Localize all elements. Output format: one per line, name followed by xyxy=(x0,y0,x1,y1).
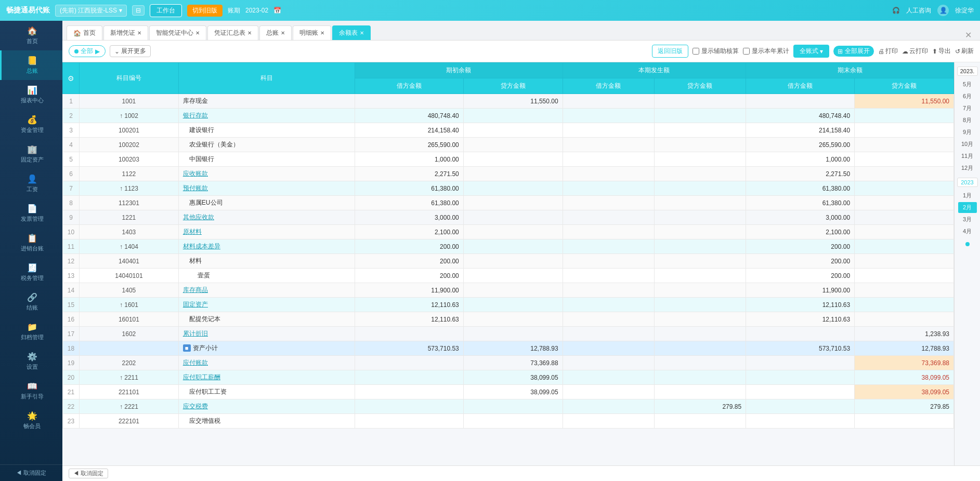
row-no: 14 xyxy=(63,283,80,298)
sidebar-item-ledger[interactable]: 📒 总账 xyxy=(0,50,62,80)
gear-icon[interactable]: ⚙ xyxy=(68,74,74,83)
export-button[interactable]: ⬆ 导出 xyxy=(932,47,951,56)
rp-scroll-dot[interactable] xyxy=(965,242,970,246)
rp-month-4[interactable]: 4月 xyxy=(958,226,977,237)
rp-month-7[interactable]: 7月 xyxy=(958,103,977,114)
sidebar-item-reports[interactable]: 📊 报表中心 xyxy=(0,80,62,110)
sidebar-item-assets[interactable]: 🏢 固定资产 xyxy=(0,139,62,169)
tab-voucher-summary[interactable]: 凭证汇总表 ✕ xyxy=(207,25,258,40)
row-name[interactable]: 其他应收款 xyxy=(178,210,355,225)
row-pb-debit: 214,158.40 xyxy=(355,123,463,138)
tab-balance-sheet-close[interactable]: ✕ xyxy=(360,30,364,36)
row-name[interactable]: 累计折旧 xyxy=(178,327,355,341)
close-all-tabs[interactable]: ✕ xyxy=(961,30,976,40)
workbench-button[interactable]: 工作台 xyxy=(150,4,182,17)
rp-month-3[interactable]: 3月 xyxy=(958,214,977,225)
rp-month-12[interactable]: 12月 xyxy=(958,163,977,173)
row-name[interactable]: 预付账款 xyxy=(178,181,355,196)
tab-general-ledger[interactable]: 总账 ✕ xyxy=(259,25,292,40)
sidebar-item-settings[interactable]: ⚙️ 设置 xyxy=(0,346,62,376)
show-ytd-checkbox[interactable] xyxy=(743,48,750,55)
sidebar-item-tax[interactable]: 🧾 税务管理 xyxy=(0,258,62,287)
sidebar-item-member[interactable]: 🌟 畅会员 xyxy=(0,406,62,435)
filter-all-button[interactable]: 全部 ▶ xyxy=(69,45,106,57)
expand-all-toggle[interactable]: ⊞ 全部展开 xyxy=(833,46,874,57)
return-old-version-button[interactable]: 返回旧版 xyxy=(652,45,688,58)
rp-month-10[interactable]: 10月 xyxy=(958,139,977,150)
row-name[interactable]: 原材料 xyxy=(178,225,355,239)
tab-detail-ledger[interactable]: 明细账 ✕ xyxy=(293,25,331,40)
tab-general-ledger-close[interactable]: ✕ xyxy=(281,30,285,36)
assets-icon: 🏢 xyxy=(27,144,37,154)
row-pb-credit xyxy=(463,167,563,181)
sidebar-item-home[interactable]: 🏠 首页 xyxy=(0,21,62,50)
show-aux-checkbox-label[interactable]: 显示辅助核算 xyxy=(692,47,739,56)
refresh-button[interactable]: ↺ 刷新 xyxy=(955,47,974,56)
row-name[interactable]: 应交税费 xyxy=(178,399,355,414)
row-pb-credit xyxy=(463,269,563,283)
row-name[interactable]: 银行存款 xyxy=(178,109,355,123)
show-ytd-checkbox-label[interactable]: 显示本年累计 xyxy=(743,47,789,56)
row-code: 100203 xyxy=(80,152,179,167)
row-end-debit xyxy=(746,94,855,109)
row-current-credit xyxy=(654,94,746,109)
row-pb-debit: 200.00 xyxy=(355,269,463,283)
tab-smart-voucher[interactable]: 智能凭证中心 ✕ xyxy=(149,25,206,40)
rp-month-8[interactable]: 8月 xyxy=(958,115,977,126)
consult-icon: 🎧 xyxy=(892,7,900,14)
sidebar-item-funds[interactable]: 💰 资金管理 xyxy=(0,110,62,139)
row-name[interactable]: 应收账款 xyxy=(178,167,355,181)
sidebar-item-settle[interactable]: 🔗 结账 xyxy=(0,287,62,317)
consult-label[interactable]: 人工咨询 xyxy=(906,6,931,15)
unpin-button[interactable]: ◀ 取消固定 xyxy=(0,464,62,481)
company-selector[interactable]: (先前) 江西脱壹-LSS ▾ xyxy=(55,5,127,17)
tab-smart-voucher-close[interactable]: ✕ xyxy=(195,30,200,36)
switch-version-button[interactable]: 切到旧版 xyxy=(187,5,223,17)
row-name[interactable]: 固定资产 xyxy=(178,298,355,312)
user-name[interactable]: 徐淀华 xyxy=(955,6,974,15)
show-aux-checkbox[interactable] xyxy=(692,48,699,55)
tab-home[interactable]: 🏠 首页 xyxy=(67,25,102,40)
row-current-credit xyxy=(654,196,746,210)
row-pb-debit xyxy=(355,414,463,429)
row-name[interactable]: 材料成本差异 xyxy=(178,239,355,254)
rp-month-9[interactable]: 9月 xyxy=(958,127,977,138)
sidebar-item-salary[interactable]: 👤 工资 xyxy=(0,169,62,198)
row-current-debit xyxy=(563,283,654,298)
cancel-pin-btn[interactable]: ◀ 取消固定 xyxy=(69,469,108,478)
row-current-debit xyxy=(563,109,654,123)
row-name[interactable]: 库存商品 xyxy=(178,283,355,298)
row-name[interactable]: 应付账款 xyxy=(178,356,355,370)
tab-voucher-summary-close[interactable]: ✕ xyxy=(247,30,252,36)
rp-month-11[interactable]: 11月 xyxy=(958,151,977,162)
row-pb-debit: 61,380.00 xyxy=(355,196,463,210)
sidebar-item-archive[interactable]: 📁 归档管理 xyxy=(0,317,62,346)
sidebar-item-guide[interactable]: 📖 新手引导 xyxy=(0,376,62,406)
row-code: 2202 xyxy=(80,356,179,370)
calendar-icon[interactable]: 📅 xyxy=(273,7,281,14)
expand-more-button[interactable]: ⌄ 展开更多 xyxy=(110,45,151,57)
row-name: ■资产小计 xyxy=(178,341,355,356)
sidebar-item-purchase[interactable]: 📋 进销台账 xyxy=(0,228,62,258)
row-pb-credit xyxy=(463,414,563,429)
rp-month-5[interactable]: 5月 xyxy=(958,79,977,90)
row-pb-credit: 38,099.05 xyxy=(463,370,563,385)
sidebar-item-invoice[interactable]: 📄 发票管理 xyxy=(0,198,62,228)
cloud-print-button[interactable]: ☁ 云打印 xyxy=(902,47,928,56)
expand-more-label: 展开更多 xyxy=(121,47,146,56)
funds-icon: 💰 xyxy=(27,115,37,125)
rp-month-2[interactable]: 2月 xyxy=(958,202,977,213)
tab-new-voucher-close[interactable]: ✕ xyxy=(137,30,141,36)
tab-home-icon: 🏠 xyxy=(73,30,81,37)
tab-balance-sheet[interactable]: 余额表 ✕ xyxy=(332,25,371,40)
print-button[interactable]: 🖨 打印 xyxy=(878,47,898,56)
tab-new-voucher[interactable]: 新增凭证 ✕ xyxy=(103,25,148,40)
row-pb-credit: 38,099.05 xyxy=(463,385,563,399)
expand-all-label: 全部展开 xyxy=(845,47,870,56)
rp-month-6[interactable]: 6月 xyxy=(958,91,977,102)
row-name[interactable]: 应付职工薪酬 xyxy=(178,370,355,385)
fullstyle-button[interactable]: 全账式 ▾ xyxy=(793,45,829,58)
copy-icon-btn[interactable]: ⊟ xyxy=(132,5,145,16)
rp-month-1[interactable]: 1月 xyxy=(958,190,977,201)
tab-detail-ledger-close[interactable]: ✕ xyxy=(320,30,324,36)
